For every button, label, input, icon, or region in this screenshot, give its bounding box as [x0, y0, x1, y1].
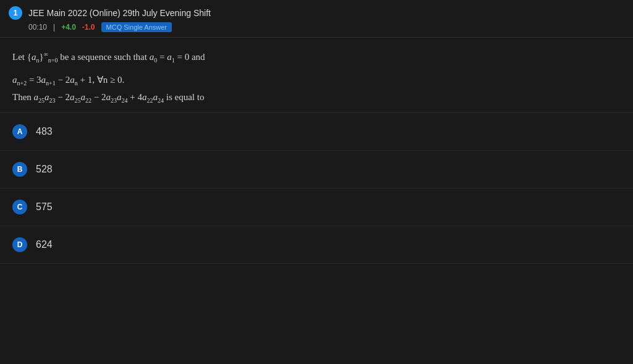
timer: 00:10	[28, 23, 47, 32]
option-row-b[interactable]: B 528	[0, 151, 633, 188]
question-line1: Let {an}∞n=0 be a sequence such that a0 …	[12, 49, 621, 66]
header-meta: 00:10 | +4.0 -1.0 MCQ Single Answer	[28, 22, 624, 32]
option-badge-c: C	[12, 200, 27, 214]
mcq-badge: MCQ Single Answer	[101, 22, 172, 32]
option-value-b: 528	[36, 164, 53, 175]
question-line2: an+2 = 3an+1 − 2an + 1, ∀n ≥ 0.	[12, 72, 621, 89]
question-body: Let {an}∞n=0 be a sequence such that a0 …	[0, 38, 633, 113]
separator: |	[53, 23, 55, 32]
exam-title: JEE Main 2022 (Online) 29th July Evening…	[28, 8, 211, 18]
question-line3: Then a25a23 − 2a25a22 − 2a23a24 + 4a22a2…	[12, 89, 621, 106]
option-row-c[interactable]: C 575	[0, 188, 633, 226]
option-value-c: 575	[36, 201, 53, 213]
score-negative: -1.0	[82, 23, 95, 32]
question-number-badge: 1	[9, 6, 22, 20]
option-badge-d: D	[12, 237, 27, 252]
options-container: A 483 B 528 C 575 D 624	[0, 113, 633, 264]
option-value-a: 483	[36, 126, 53, 137]
option-row-d[interactable]: D 624	[0, 226, 633, 264]
option-badge-a: A	[12, 124, 27, 139]
option-badge-b: B	[12, 162, 27, 177]
score-positive: +4.0	[61, 23, 76, 32]
question-header: 1 JEE Main 2022 (Online) 29th July Eveni…	[0, 0, 633, 38]
option-value-d: 624	[36, 239, 53, 250]
option-row-a[interactable]: A 483	[0, 113, 633, 151]
